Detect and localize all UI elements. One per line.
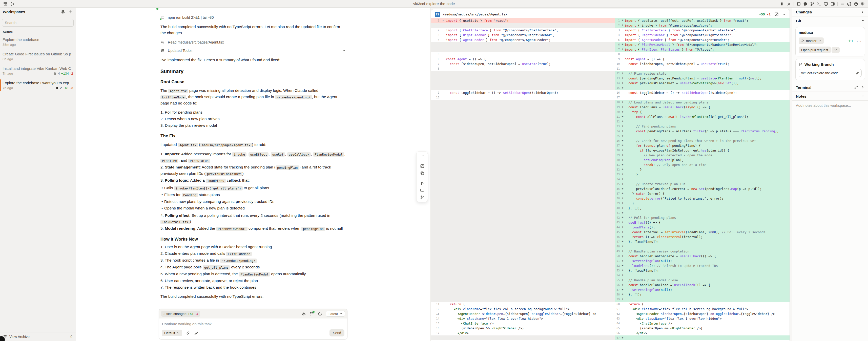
copy-icon[interactable] [420, 171, 424, 175]
diff-row: 20+ try { [431, 110, 789, 114]
more-options-button[interactable]: ··· [857, 39, 862, 43]
menu-icon[interactable] [840, 2, 844, 6]
workspace-item[interactable]: Explore the codebase I want you to exp7h… [0, 78, 76, 93]
tool-call-row[interactable]: Updated Todos [160, 49, 346, 53]
archive-icon[interactable] [3, 2, 8, 6]
terminal-section-header[interactable]: Terminal [792, 83, 868, 92]
monitor-icon[interactable] [824, 2, 828, 6]
file-path: /medusa/medusa/src/pages/Agent.tsx [443, 12, 507, 16]
diff-row: 21+ const allPlans = await invoke<PlanIt… [431, 114, 789, 119]
diff-row: 45+ const interval = setInterval(loadPla… [431, 230, 789, 235]
message-input[interactable]: Continue working on this task... [159, 318, 347, 327]
status-dot [156, 8, 158, 10]
tool-call-row[interactable]: Read medusa/src/pages/Agent.tsx [160, 40, 346, 44]
chevron-right-icon [861, 10, 864, 14]
heading: The Fix [160, 133, 346, 138]
list-item: 2. Claude enters plan mode and calls Exi… [160, 250, 346, 257]
panel-right-icon[interactable] [831, 2, 835, 6]
list-item: 4. The Agent page polls get_all_plans ev… [160, 264, 346, 271]
git-section-header[interactable]: Git [792, 17, 868, 25]
diff-row: 54+ [431, 273, 789, 278]
divider [794, 2, 794, 6]
search-input[interactable]: Search... [2, 19, 74, 27]
paragraph: I've implemented the fix. Here's a summa… [160, 57, 346, 63]
pause-icon[interactable] [780, 2, 784, 6]
file-icon [54, 72, 57, 75]
diff-row: 33+ } [431, 172, 789, 177]
spark-icon[interactable] [302, 312, 306, 316]
send-button[interactable]: Send [330, 329, 344, 336]
edit-icon[interactable] [856, 71, 859, 75]
view-archive-button[interactable]: View Archive 0 [0, 332, 76, 341]
list-item: 2. State management: Added state for tra… [160, 164, 346, 177]
branch-icon[interactable] [810, 2, 814, 6]
diff-row: 3import { RightSidebar } from "@/compone… [431, 33, 789, 37]
expand-icon[interactable] [854, 86, 858, 89]
chevrons-up-icon[interactable] [787, 2, 791, 6]
diff-row: 38+ console.error('Failed to load plans:… [431, 196, 789, 201]
diff-row: 19+ const loadPlans = useCallback(async … [431, 105, 789, 110]
diff-slash-icon[interactable] [420, 164, 424, 168]
diff-row: 13+ const [pendingPlan, setPendingPlan] … [431, 76, 789, 81]
megaphone-icon[interactable] [847, 2, 851, 6]
working-branch-input[interactable]: vk/3ccf-explore-the-code [799, 69, 862, 77]
workspace-item[interactable]: Explore the codebase35m ago [0, 35, 76, 49]
attach-icon[interactable] [186, 331, 190, 335]
list-item: 4. Polling effect: Set up a polling inte… [160, 213, 346, 225]
pen-icon[interactable] [194, 331, 198, 335]
help-icon[interactable] [854, 2, 858, 6]
dots-h-icon[interactable] [420, 154, 424, 158]
diff-row: 2import { ChatInterface } from "@/compon… [431, 28, 789, 33]
model-dropdown[interactable]: Default [162, 330, 182, 336]
spinner-icon [318, 312, 322, 316]
chevron-down-icon[interactable] [342, 49, 346, 52]
diff-row: 31+ break; // Only open one at a time [431, 162, 789, 167]
diff-row: 18+ // Load plans and detect new pending… [431, 100, 789, 105]
play-icon[interactable] [420, 181, 424, 185]
notes-input[interactable]: Add notes about this workspace... [792, 101, 868, 110]
workspace-item[interactable]: Install and integrate Vibe Kanban Web C7… [0, 64, 76, 78]
add-workspace-button[interactable] [69, 10, 73, 14]
panel-left-icon[interactable] [796, 2, 801, 6]
notes-section-header[interactable]: Notes [792, 92, 868, 101]
diff-view-toggle-icon[interactable] [774, 12, 779, 17]
paragraph: The build completed successfully with no… [160, 293, 346, 300]
git-repo-card: medusa master 1 ··· Open pull request [795, 27, 865, 56]
diff-row: 55+ // Handle plan modal close [431, 278, 789, 283]
diff-file-card: TS /medusa/medusa/src/pages/Agent.tsx +5… [431, 9, 790, 341]
changes-section-header[interactable]: Changes [792, 8, 868, 17]
todos-icon[interactable] [310, 312, 314, 316]
message-icon[interactable] [803, 2, 808, 6]
bullet-list: •Calls invoke<PlanItem[]>('get_all_plans… [160, 185, 346, 211]
monitor-icon[interactable] [420, 188, 424, 192]
collapse-right-icon[interactable] [10, 2, 15, 6]
latest-dropdown[interactable]: Latest [326, 311, 345, 317]
repo-name: medusa [799, 30, 862, 35]
pr-options-button[interactable] [832, 47, 840, 53]
working-branch-card: Working Branch vk/3ccf-explore-the-code [795, 59, 865, 80]
layers-icon[interactable] [61, 10, 65, 14]
diff-row: 6const Agent = () => {9const Agent = () … [431, 57, 789, 61]
files-changed-badge[interactable]: 2 files changed +61 -3 [161, 311, 200, 317]
git-branch-icon [801, 39, 804, 42]
diff-row: 11 return (60 return ( [431, 302, 789, 307]
tool-call-row[interactable]: npm run build 2>&1 | tail -80 [160, 16, 346, 20]
diff-row: 35+ // Update tracked plan IDs [431, 182, 789, 186]
open-pull-request-button[interactable]: Open pull request [799, 46, 831, 53]
diff-row: 49+ // Handle plan review completion [431, 249, 789, 254]
list-item: 3. The hook script creates a file in ~/.… [160, 257, 346, 264]
collapse-file-icon[interactable] [782, 13, 786, 16]
paragraph: The Agent.tsx page was missing all plan … [160, 88, 346, 106]
diff-panel: TS /medusa/medusa/src/pages/Agent.tsx +5… [430, 8, 792, 341]
diff-row: 14+ const previousPlanIdsRef = useRef<Se… [431, 81, 789, 86]
gear-icon[interactable] [861, 2, 865, 6]
branch-icon[interactable] [420, 195, 424, 199]
diff-row: 2+import { invoke } from "@tauri-apps/ap… [431, 23, 789, 28]
workspace-item[interactable]: Create Good First Issues on Github So p6… [0, 49, 76, 64]
diff-row: 43+ useEffect(() => { [431, 220, 789, 225]
terminal-icon[interactable] [817, 2, 821, 6]
divider [837, 2, 838, 6]
additions-count: +59 [759, 12, 765, 16]
branch-dropdown[interactable]: master [799, 37, 824, 44]
diff-row: 58 [431, 52, 789, 57]
